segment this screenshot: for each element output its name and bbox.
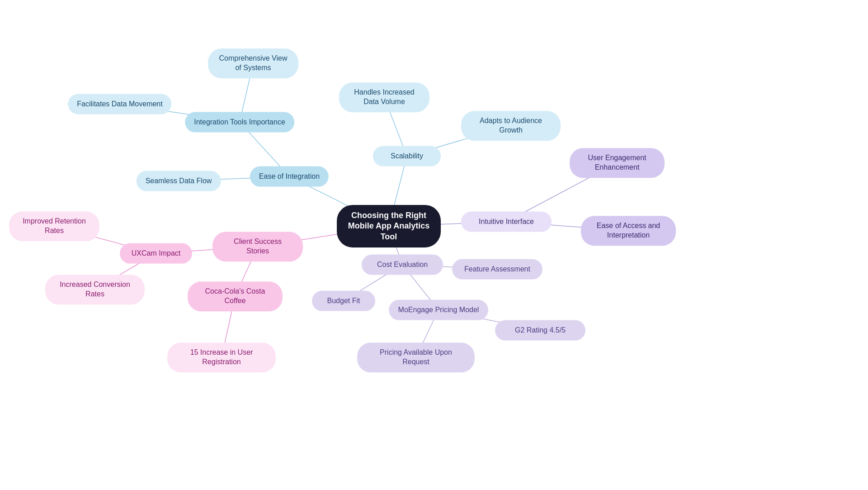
moengage-pricing-node: MoEngage Pricing Model: [389, 300, 488, 320]
handles-data-node: Handles Increased Data Volume: [339, 82, 429, 112]
g2-rating-node: G2 Rating 4.5/5: [495, 320, 585, 341]
comprehensive-view-node: Comprehensive View of Systems: [208, 48, 298, 78]
ease-of-integration-node: Ease of Integration: [250, 167, 329, 187]
uxcam-impact-node: UXCam Impact: [120, 243, 192, 264]
center-node: Choosing the Right Mobile App Analytics …: [337, 205, 441, 247]
pricing-request-node: Pricing Available Upon Request: [357, 343, 475, 372]
budget-fit-node: Budget Fit: [312, 291, 375, 311]
intuitive-interface-node: Intuitive Interface: [461, 212, 552, 232]
mind-map: Choosing the Right Mobile App Analytics …: [0, 0, 868, 490]
feature-assessment-node: Feature Assessment: [452, 259, 542, 280]
seamless-data-node: Seamless Data Flow: [137, 171, 221, 191]
cost-evaluation-node: Cost Evaluation: [362, 255, 443, 275]
scalability-node: Scalability: [373, 146, 441, 167]
facilitates-data-node: Facilitates Data Movement: [68, 94, 171, 114]
adapts-audience-node: Adapts to Audience Growth: [461, 111, 561, 141]
ease-access-node: Ease of Access and Interpretation: [581, 216, 676, 246]
user-engagement-node: User Engagement Enhancement: [570, 148, 665, 178]
integration-tools-node: Integration Tools Importance: [185, 112, 294, 133]
improved-retention-node: Improved Retention Rates: [9, 211, 99, 241]
coca-cola-node: Coca-Cola's Costa Coffee: [188, 281, 283, 311]
increased-conversion-node: Increased Conversion Rates: [45, 275, 145, 304]
user-registration-node: 15 Increase in User Registration: [167, 343, 276, 372]
client-success-node: Client Success Stories: [212, 232, 303, 262]
